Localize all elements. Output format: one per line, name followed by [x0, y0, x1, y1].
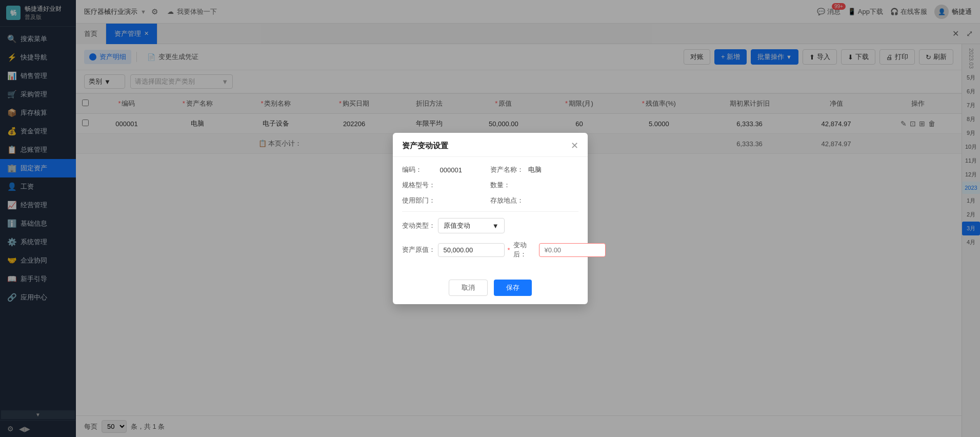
save-button[interactable]: 保存	[494, 280, 532, 296]
modal-original-value-row: 资产原值： * 变动后：	[402, 241, 578, 259]
modal-title: 资产变动设置	[402, 141, 448, 151]
modal-body: 编码： 000001 资产名称： 电脑 规格型号： 数量：	[393, 157, 588, 274]
modal-dept-row: 使用部门： 存放地点：	[402, 196, 578, 205]
asset-change-modal: 资产变动设置 ✕ 编码： 000001 资产名称： 电脑 规格型号：	[393, 133, 588, 304]
change-type-dropdown-icon: ▼	[492, 222, 499, 230]
modal-dept-label: 使用部门：	[402, 196, 438, 205]
required-star: *	[508, 246, 510, 254]
modal-after-change-input[interactable]	[539, 243, 606, 257]
modal-location-label: 存放地点：	[490, 196, 526, 205]
modal-spec-row: 规格型号： 数量：	[402, 181, 578, 190]
modal-quantity-label: 数量：	[490, 181, 526, 190]
modal-header: 资产变动设置 ✕	[393, 133, 588, 157]
modal-name-value: 电脑	[528, 165, 542, 174]
modal-original-value-label: 资产原值：	[402, 245, 438, 254]
modal-after-change-label: 变动后：	[513, 241, 539, 259]
modal-change-type-label: 变动类型：	[402, 221, 438, 230]
modal-change-type-select[interactable]: 原值变动 ▼	[438, 218, 505, 233]
modal-footer: 取消 保存	[393, 274, 588, 304]
modal-code-label: 编码：	[402, 165, 438, 174]
modal-overlay: 资产变动设置 ✕ 编码： 000001 资产名称： 电脑 规格型号：	[0, 0, 980, 437]
modal-original-value-input[interactable]	[438, 243, 505, 257]
modal-name-label: 资产名称：	[490, 165, 526, 174]
modal-change-type-value: 原值变动	[444, 221, 470, 230]
cancel-button[interactable]: 取消	[449, 280, 488, 296]
modal-close-btn[interactable]: ✕	[571, 140, 578, 151]
modal-change-type-row: 变动类型： 原值变动 ▼	[402, 218, 578, 233]
modal-divider	[402, 211, 578, 212]
modal-code-row: 编码： 000001 资产名称： 电脑	[402, 165, 578, 174]
modal-code-value: 000001	[440, 166, 462, 174]
modal-spec-label: 规格型号：	[402, 181, 438, 190]
